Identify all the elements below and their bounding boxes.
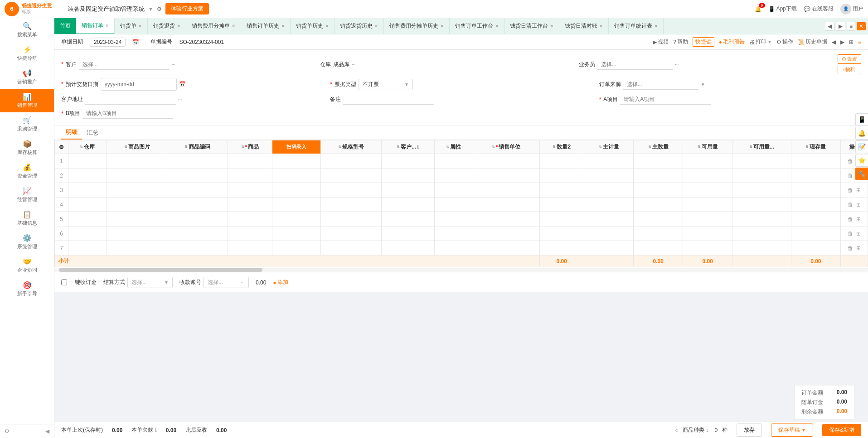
discard-btn[interactable]: 放弃 <box>737 424 762 437</box>
row-6-sales-unit[interactable] <box>473 226 539 241</box>
row-4-product[interactable] <box>228 197 272 212</box>
sidebar-collapse-icon[interactable]: ◀ <box>45 428 49 434</box>
row-6-spec[interactable] <box>321 226 381 241</box>
row-4-spec[interactable] <box>321 197 381 212</box>
project-b-input[interactable] <box>82 108 173 119</box>
header-list-btn[interactable]: ≡ <box>858 39 861 45</box>
operation-btn[interactable]: ⚙操作 <box>776 38 793 46</box>
tab-sales-return-close[interactable]: ✕ <box>177 24 180 29</box>
row-4-product-code[interactable] <box>167 197 228 212</box>
order-source-dropdown-icon[interactable]: ▼ <box>701 82 705 87</box>
row-5-main-unit[interactable] <box>584 212 633 226</box>
row-4-available[interactable] <box>683 197 732 212</box>
row-3-copy-btn[interactable]: ⊞ <box>856 187 861 193</box>
save-draft-dropdown-icon[interactable]: ▼ <box>801 428 806 433</box>
row-7-product-code[interactable] <box>167 241 228 255</box>
row-2-customer-code[interactable] <box>381 168 434 183</box>
th-product-code[interactable]: ⇅ 商品编码 <box>167 140 228 154</box>
row-1-scan[interactable] <box>272 154 321 168</box>
row-1-attribute[interactable] <box>434 154 473 168</box>
right-panel-btn-3[interactable]: 📝 <box>855 140 868 153</box>
row-4-main-qty[interactable] <box>634 197 683 212</box>
th-scan[interactable]: 扫码录入 <box>272 140 321 154</box>
row-4-delete-btn[interactable]: 🗑 <box>848 202 853 208</box>
row-2-main-qty[interactable] <box>634 168 683 183</box>
row-7-sales-unit[interactable] <box>473 241 539 255</box>
th-spec[interactable]: ⇅ 规格型号 <box>321 140 381 154</box>
row-3-spec[interactable] <box>321 183 381 197</box>
row-5-qty2[interactable] <box>539 212 584 226</box>
user-menu[interactable]: 👤 用户 <box>840 4 863 14</box>
right-panel-btn-5[interactable]: 🔧 <box>855 168 868 180</box>
table-scrollbar[interactable] <box>54 268 868 272</box>
row-3-sales-unit[interactable] <box>473 183 539 197</box>
tab-invoice-history[interactable]: 销货单历史 ✕ <box>291 18 335 34</box>
right-panel-btn-4[interactable]: ⭐ <box>855 154 868 167</box>
row-2-current-stock[interactable] <box>791 168 840 183</box>
row-6-product-image[interactable] <box>107 226 167 241</box>
row-2-attribute[interactable] <box>434 168 473 183</box>
sidebar-item-cooperation[interactable]: 🤝 企业协同 <box>0 254 54 277</box>
sidebar-item-basic-info[interactable]: 📋 基础信息 <box>0 207 54 230</box>
tab-order-workbench-close[interactable]: ✕ <box>495 24 499 29</box>
row-4-available2[interactable] <box>732 197 791 212</box>
salesperson-input[interactable] <box>597 59 673 70</box>
detail-tab-detail[interactable]: 明细 <box>61 126 82 140</box>
row-5-attribute[interactable] <box>434 212 473 226</box>
row-5-main-qty[interactable] <box>634 212 683 226</box>
row-4-product-image[interactable] <box>107 197 167 212</box>
row-1-spec[interactable] <box>321 154 381 168</box>
th-current-stock[interactable]: ⇅ 现存量 <box>791 140 840 154</box>
row-2-qty2[interactable] <box>539 168 584 183</box>
customer-input[interactable] <box>79 59 170 70</box>
row-2-available2[interactable] <box>732 168 791 183</box>
header-prev-btn[interactable]: ◀ <box>832 39 836 45</box>
row-5-delete-btn[interactable]: 🗑 <box>848 216 853 222</box>
row-3-warehouse[interactable] <box>68 183 107 197</box>
tab-sales-return[interactable]: 销货退货 ✕ <box>148 18 186 34</box>
tab-fee-history-close[interactable]: ✕ <box>440 24 444 29</box>
row-4-customer-code[interactable] <box>381 197 434 212</box>
row-3-attribute[interactable] <box>434 183 473 197</box>
right-panel-btn-1[interactable]: 📱 <box>855 113 868 126</box>
current-credit-info-icon[interactable]: ℹ <box>155 428 157 433</box>
date-value[interactable]: 2023-03-24 <box>90 38 126 47</box>
sidebar-item-search[interactable]: 🔍 搜索菜单 <box>0 18 54 42</box>
sidebar-item-sales[interactable]: 📊 销售管理 <box>0 89 54 112</box>
detail-tab-summary[interactable]: 汇总 <box>82 126 103 139</box>
row-1-main-unit[interactable] <box>584 154 633 168</box>
online-support[interactable]: 💬 在线客服 <box>804 5 834 13</box>
tab-sales-fee[interactable]: 销售费用分摊单 ✕ <box>186 18 241 34</box>
row-5-scan[interactable] <box>272 212 321 226</box>
salesperson-expand-icon[interactable]: ··· <box>675 62 679 67</box>
sidebar-item-purchase[interactable]: 🛒 采购管理 <box>0 112 54 136</box>
row-3-qty2[interactable] <box>539 183 584 197</box>
row-7-current-stock[interactable] <box>791 241 840 255</box>
row-5-product-code[interactable] <box>167 212 228 226</box>
customer-address-input[interactable] <box>85 94 176 105</box>
row-5-product[interactable] <box>228 212 272 226</box>
help-btn[interactable]: ?帮助 <box>673 38 688 46</box>
th-product-image[interactable]: ⇅ 商品图片 <box>107 140 167 154</box>
project-a-input[interactable] <box>620 94 711 105</box>
row-5-copy-btn[interactable]: ⊞ <box>856 216 861 222</box>
row-3-main-unit[interactable] <box>584 183 633 197</box>
row-4-current-stock[interactable] <box>791 197 840 212</box>
row-3-product-code[interactable] <box>167 183 228 197</box>
row-5-customer-code[interactable] <box>381 212 434 226</box>
tab-fee-history[interactable]: 销售费用分摊单历史 ✕ <box>384 18 450 34</box>
row-6-available2[interactable] <box>732 226 791 241</box>
row-6-current-stock[interactable] <box>791 226 840 241</box>
row-2-spec[interactable] <box>321 168 381 183</box>
tab-order-history[interactable]: 销售订单历史 ✕ <box>241 18 291 34</box>
row-5-available2[interactable] <box>732 212 791 226</box>
account-select[interactable]: 选择... ··· <box>204 277 249 288</box>
tab-sales-summary[interactable]: 销售订单统计表 ✕ <box>609 18 664 34</box>
profit-btn[interactable]: ●毛利预告 <box>719 38 745 46</box>
add-material-btn[interactable]: +物料 <box>838 65 861 74</box>
tab-cash-daily[interactable]: 钱货日清工作台 ✕ <box>504 18 559 34</box>
row-3-available2[interactable] <box>732 183 791 197</box>
history-btn[interactable]: 📜历史单据 <box>798 38 827 46</box>
th-available2[interactable]: ⇅ 可用量... <box>732 140 791 154</box>
row-1-sales-unit[interactable] <box>473 154 539 168</box>
